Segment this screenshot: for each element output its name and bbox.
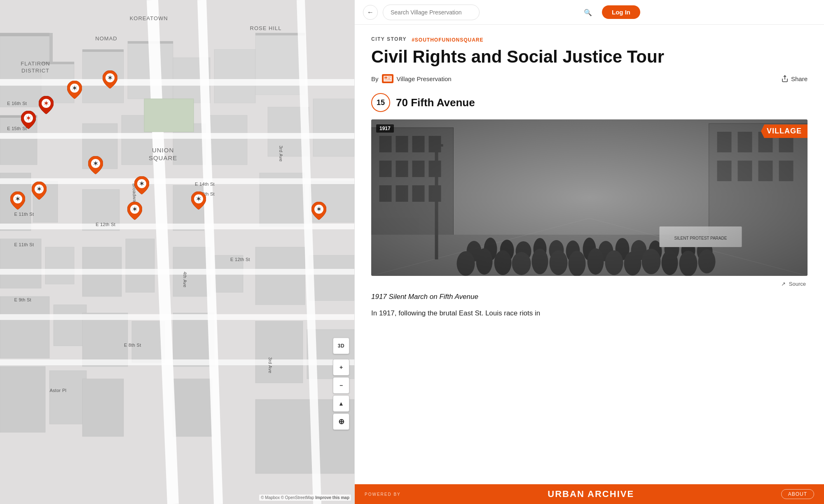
svg-rect-31 xyxy=(210,115,247,165)
map-marker-4[interactable]: ✶ xyxy=(103,70,117,89)
search-icon[interactable]: 🔍 xyxy=(584,8,592,16)
svg-rect-44 xyxy=(309,255,354,301)
svg-rect-41 xyxy=(260,173,305,226)
svg-rect-81 xyxy=(388,77,391,77)
svg-rect-27 xyxy=(82,379,124,436)
svg-rect-17 xyxy=(82,49,124,52)
description-text: In 1917, following the brutal East St. L… xyxy=(371,308,808,319)
author-by-label: By xyxy=(371,75,379,82)
svg-rect-36 xyxy=(173,379,212,436)
svg-rect-2 xyxy=(0,33,49,36)
svg-text:✶: ✶ xyxy=(37,186,42,192)
author-icon xyxy=(382,74,393,83)
svg-rect-24 xyxy=(126,239,154,292)
bottom-bar: POWERED BY URBAN ARCHIVE ABOUT xyxy=(355,484,824,504)
tour-image-container: SILENT PROTEST PARADE 1917 VILLAGE xyxy=(371,119,808,276)
map-marker-11[interactable]: ✶ xyxy=(311,202,326,220)
svg-rect-39 xyxy=(268,107,309,156)
map-marker-8[interactable]: ✶ xyxy=(134,176,149,194)
back-icon: ← xyxy=(367,9,374,16)
map-marker-1[interactable]: ✶ xyxy=(21,111,36,129)
svg-rect-19 xyxy=(128,41,173,44)
svg-text:✶: ✶ xyxy=(108,75,113,81)
content-area[interactable]: CITY STORY #SOUTHOFUNIONSQUARE Civil Rig… xyxy=(355,25,824,484)
street-e11b: E 11th St xyxy=(14,242,34,247)
svg-rect-14 xyxy=(0,366,45,432)
svg-rect-83 xyxy=(384,79,391,80)
svg-rect-38 xyxy=(255,33,305,35)
location-name: 70 Fifth Avenue xyxy=(396,96,475,109)
login-button[interactable]: Log In xyxy=(602,5,640,19)
svg-rect-7 xyxy=(41,62,74,64)
map-marker-6[interactable]: ✶ xyxy=(10,191,25,210)
btn-zoom-out[interactable]: − xyxy=(333,377,349,394)
street-4ave: 4th Ave xyxy=(183,272,187,288)
svg-rect-22 xyxy=(82,189,119,231)
map-panel[interactable]: KOREATOWN NOMAD ROSE HILL FLATIRONDISTRI… xyxy=(0,0,354,504)
svg-text:✶: ✶ xyxy=(72,85,77,91)
map-marker-2[interactable]: ✶ xyxy=(39,96,54,114)
district-unionsquare: UNIONSQUARE xyxy=(149,146,177,162)
street-3ave: 3rd Ave xyxy=(279,146,283,162)
street-e14: E 14th St xyxy=(195,182,215,187)
map-canvas: KOREATOWN NOMAD ROSE HILL FLATIRONDISTRI… xyxy=(0,0,354,504)
svg-rect-21 xyxy=(122,115,152,165)
location-number-badge: 15 xyxy=(371,93,390,112)
street-e11: E 11th St xyxy=(14,212,34,217)
map-marker-7[interactable]: ✶ xyxy=(88,156,103,174)
svg-text:✶: ✶ xyxy=(139,180,145,187)
svg-rect-147 xyxy=(371,119,808,276)
svg-rect-30 xyxy=(173,124,206,165)
svg-rect-34 xyxy=(214,255,243,292)
svg-rect-23 xyxy=(82,247,122,296)
hashtag-label[interactable]: #SOUTHOFUNIONSQUARE xyxy=(412,37,483,43)
btn-3d[interactable]: 3D xyxy=(333,338,349,354)
powered-by-label: POWERED BY xyxy=(365,492,401,497)
svg-rect-40 xyxy=(313,99,354,156)
share-label: Share xyxy=(791,75,808,82)
svg-rect-56 xyxy=(144,99,194,132)
back-button[interactable]: ← xyxy=(363,5,378,20)
share-button[interactable]: Share xyxy=(781,75,808,82)
svg-rect-12 xyxy=(0,296,49,358)
street-e12b: E 12th St xyxy=(230,257,250,262)
source-link[interactable]: ↗ Source xyxy=(371,281,808,287)
map-marker-9[interactable]: ✶ xyxy=(127,202,142,220)
right-panel: ← 🔍 Log In CITY STORY #SOUTHOFUNIONSQUAR… xyxy=(354,0,824,504)
search-input[interactable] xyxy=(383,5,480,20)
map-marker-10[interactable]: ✶ xyxy=(191,191,206,210)
btn-zoom-in[interactable]: + xyxy=(333,359,349,376)
street-e9: E 9th St xyxy=(14,297,31,302)
location-row: 15 70 Fifth Avenue xyxy=(371,93,808,112)
btn-location[interactable]: ⊕ xyxy=(333,413,349,430)
svg-rect-28 xyxy=(173,58,210,103)
map-attribution: © Mapbox © OpenStreetMap Improve this ma… xyxy=(259,495,351,501)
svg-text:✶: ✶ xyxy=(26,115,31,121)
svg-rect-33 xyxy=(173,247,210,296)
map-marker-3[interactable]: ✶ xyxy=(67,81,82,99)
btn-compass[interactable]: ▲ xyxy=(333,395,349,412)
svg-text:✶: ✶ xyxy=(196,196,201,202)
map-marker-5[interactable]: ✶ xyxy=(32,182,47,200)
svg-text:✶: ✶ xyxy=(15,196,21,202)
svg-rect-26 xyxy=(132,321,165,362)
village-badge: VILLAGE xyxy=(761,124,808,138)
svg-text:✶: ✶ xyxy=(132,206,138,212)
about-button[interactable]: ABOUT xyxy=(781,489,814,499)
svg-rect-0 xyxy=(0,0,354,504)
district-flatiron: FLATIRONDISTRICT xyxy=(21,61,50,75)
street-e12a: E 12th St xyxy=(96,222,115,227)
source-label: Source xyxy=(789,281,806,287)
district-rosehill: ROSE HILL xyxy=(250,25,282,31)
svg-rect-82 xyxy=(388,78,390,79)
svg-rect-13 xyxy=(54,305,87,346)
street-e16: E 16th St xyxy=(7,101,27,106)
author-name: Village Preservation xyxy=(397,75,452,82)
svg-rect-10 xyxy=(0,239,41,288)
source-icon: ↗ xyxy=(781,281,786,287)
svg-rect-55 xyxy=(144,99,194,132)
district-koreatown: KOREATOWN xyxy=(130,15,168,21)
header: ← 🔍 Log In xyxy=(355,0,824,25)
district-nomad: NOMAD xyxy=(95,35,117,42)
svg-rect-35 xyxy=(173,313,214,366)
